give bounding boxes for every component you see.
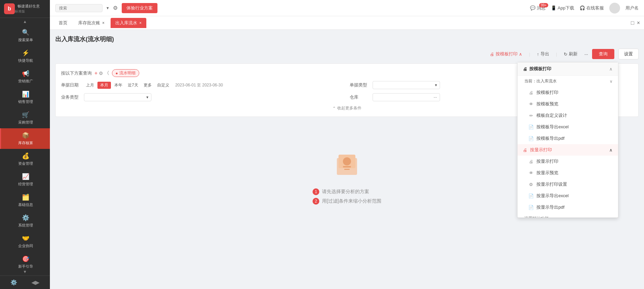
tab-current[interactable]: 出入库流水 × (111, 18, 146, 28)
quicknav-icon: ⚡ (22, 49, 29, 57)
search-add-icon[interactable]: + (94, 70, 97, 76)
topbar-dropdown-icon[interactable]: ▾ (107, 5, 109, 10)
sidebar-item-coop[interactable]: 🤝 企业协同 (0, 231, 50, 252)
dropdown-current[interactable]: 当前：出入库流水 ∨ (518, 76, 618, 87)
date-btn-last-month[interactable]: 上月 (84, 82, 96, 89)
sidebar-collapse-icon[interactable]: ◀▶ (31, 279, 39, 286)
username-label: 用户名 (625, 5, 639, 11)
search-collapse-icon[interactable]: 《 (105, 70, 109, 76)
app-download-btn[interactable]: 📱 App下载 (551, 5, 574, 11)
app-label: App下载 (558, 5, 574, 11)
dropdown-item-template-pdf[interactable]: 📄 按模板导出pdf (518, 133, 618, 144)
topbar-left: ▾ ⚙ 体验行业方案 (55, 3, 157, 13)
biz-type-select[interactable]: ▾ (84, 93, 151, 101)
type-label: 单据类型 (350, 82, 370, 88)
sidebar-item-inventory[interactable]: 📦 库存核算 (0, 128, 50, 149)
query-btn[interactable]: 查询 (592, 49, 614, 59)
tab-current-close[interactable]: × (139, 21, 142, 25)
dropdown-item-template-print[interactable]: 🖨 按模板打印 (518, 87, 618, 98)
main-area: ▾ ⚙ 体验行业方案 💬 消息 99+ 📱 App下载 🎧 在线客服 (50, 0, 644, 289)
sidebar-scroll-down[interactable]: ▼ (0, 268, 50, 275)
collapse-label: 收起更多条件 (337, 105, 361, 111)
empty-illustration (330, 148, 364, 182)
dropdown-item-template-excel[interactable]: 📄 按模板导出excel (518, 121, 618, 133)
sidebar-item-system[interactable]: ⚙️ 系统管理 (0, 211, 50, 231)
date-btn-more[interactable]: 更多 (142, 82, 154, 89)
window-expand-btn[interactable]: □ (631, 20, 634, 26)
tab-batch-account-close[interactable]: × (102, 21, 105, 25)
topbar-gear-icon[interactable]: ⚙ (113, 5, 118, 11)
dropdown-item-display-pdf[interactable]: 📄 按显示导出pdf (518, 202, 618, 213)
dropdown-item-display-preview[interactable]: 👁 按显示预览 (518, 167, 618, 179)
message-btn[interactable]: 💬 消息 99+ (530, 5, 546, 11)
dropdown-item-label: 按模板预览 (536, 101, 558, 107)
online-service-btn[interactable]: 🎧 在线客服 (580, 5, 604, 11)
sidebar-item-operation[interactable]: 📈 经营管理 (0, 169, 50, 190)
warehouse-more-icon[interactable]: ··· (434, 95, 437, 100)
avatar[interactable] (609, 3, 620, 14)
search-title: 按以下方案查询 (61, 70, 92, 76)
type-select[interactable]: ▾ (373, 81, 440, 89)
search-gear-icon[interactable]: ⚙ (99, 71, 103, 76)
settings-btn[interactable]: 设置 (618, 49, 639, 59)
service-icon: 🎧 (580, 5, 585, 10)
biz-type-label: 业务类型 (61, 94, 81, 100)
sidebar-item-guide[interactable]: 🎯 新手引导 (0, 252, 50, 268)
tabs-right-actions: □ × (631, 20, 640, 26)
sidebar-item-label: 库存核算 (18, 140, 33, 146)
sidebar-item-purchase[interactable]: 🛒 采购管理 (0, 108, 50, 128)
design-icon: ✏ (528, 113, 534, 118)
empty-steps: 1 请先选择要分析的方案 2 用[过滤]条件来缩小分析范围 (313, 188, 381, 207)
topbar-search-input[interactable] (55, 4, 103, 12)
dropdown-display-section-header[interactable]: 🖨 按显示打印 ∧ (518, 144, 618, 156)
industry-btn[interactable]: 体验行业方案 (122, 3, 157, 13)
dropdown-chevron-up[interactable]: ∧ (609, 67, 613, 72)
toolbar-more-icon[interactable]: ··· (584, 52, 588, 57)
refresh-btn[interactable]: ↻ 刷新 (561, 50, 580, 58)
step-1-text: 请先选择要分析的方案 (322, 189, 369, 195)
date-btn-custom[interactable]: 自定义 (155, 82, 171, 89)
dropdown-scroll: 当前：出入库流水 ∨ 🖨 按模板打印 👁 按模板预览 ✏ (518, 76, 618, 217)
service-label: 在线客服 (586, 5, 604, 11)
dropdown-item-label: 按显示打印设置 (536, 181, 567, 187)
guide-icon: 🎯 (22, 255, 29, 263)
sidebar-item-sales[interactable]: 📊 销售管理 (0, 87, 50, 108)
sidebar-item-finance[interactable]: 💰 资金管理 (0, 149, 50, 169)
date-btn-this-year[interactable]: 本年 (112, 82, 124, 89)
sidebar-item-label: 基础信息 (18, 202, 33, 207)
window-close-btn[interactable]: × (637, 20, 640, 26)
date-btn-7days[interactable]: 近7天 (126, 82, 140, 89)
warehouse-input[interactable]: ··· (373, 93, 440, 101)
dropdown-item-display-settings[interactable]: ⚙ 按显示打印设置 (518, 179, 618, 190)
dropdown-item-display-excel[interactable]: 📄 按显示导出excel (518, 190, 618, 202)
sidebar-item-label: 系统管理 (18, 223, 33, 228)
tab-batch-account[interactable]: 库存批次账 × (74, 18, 109, 28)
date-btn-this-month[interactable]: 本月 (97, 82, 111, 89)
dropdown-title: 🖨 按模板打印 (523, 66, 551, 72)
sidebar-scroll-up[interactable]: ▲ (0, 18, 50, 25)
sidebar-settings-icon[interactable]: ⚙️ (10, 279, 17, 286)
sidebar-item-quicknav[interactable]: ⚡ 快捷导航 (0, 46, 50, 67)
print-template-label: 按模板打印 (496, 51, 518, 57)
search-tag-label: 流水明细 (119, 70, 136, 76)
collapse-icon: ⌃ (332, 106, 336, 111)
tab-home[interactable]: 首页 (54, 18, 72, 28)
date-buttons: 上月 本月 本年 近7天 更多 自定义 (84, 82, 171, 89)
sidebar-item-label: 企业协同 (18, 243, 33, 248)
dropdown-item-display-print[interactable]: 🖨 按显示打印 (518, 156, 618, 167)
dropdown-item-template-preview[interactable]: 👁 按模板预览 (518, 98, 618, 110)
preview-icon: 👁 (528, 170, 534, 176)
search-active-tag[interactable]: ● 流水明细 (112, 69, 139, 77)
svg-rect-4 (344, 169, 350, 170)
company-name: 畅捷通好生意 (18, 4, 40, 9)
sidebar-item-basic[interactable]: 🗂️ 基础信息 (0, 190, 50, 211)
excel-icon: 📄 (528, 193, 534, 199)
date-range-label: 2023-06-01 至 2023-06-30 (175, 82, 223, 88)
sidebar-item-search[interactable]: 🔍 搜索菜单 (0, 25, 50, 46)
sidebar-item-marketing[interactable]: 📢 营销推广 (0, 67, 50, 87)
print-template-btn[interactable]: 🖨 按模板打印 ∧ (487, 50, 525, 58)
dropdown-default-section[interactable]: 设置默认功能 ∨ (518, 213, 618, 217)
export-btn[interactable]: ↑ 导出 (534, 50, 552, 58)
pdf-icon: 📄 (528, 205, 534, 210)
dropdown-item-template-design[interactable]: ✏ 模板自定义设计 (518, 110, 618, 121)
